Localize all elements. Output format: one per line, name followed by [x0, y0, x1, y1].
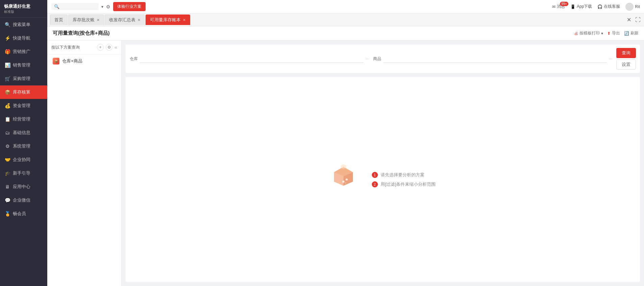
sidebar-logo: 畅康通好生意 标准版 [0, 0, 47, 18]
sidebar-icon-2: 🎁 [5, 49, 10, 54]
tab-label-0: 首页 [54, 17, 63, 23]
headset-icon: 🎧 [597, 4, 602, 9]
tab-close-1[interactable]: ✕ [97, 18, 100, 22]
sidebar: 畅康通好生意 标准版 🔍搜索菜单⚡快捷导航🎁营销推广📊销售管理🛒采购管理📦库存核… [0, 0, 47, 286]
sidebar-label-2: 营销推广 [13, 49, 30, 55]
sidebar-item-11[interactable]: 🎓新手引导 [0, 166, 47, 180]
sidebar-icon-6: 💰 [5, 103, 10, 108]
empty-state: 1 请先选择要分析的方案 2 用[过滤]条件来缩小分析范围 [126, 77, 640, 282]
sidebar-item-8[interactable]: 🗂基础信息 [0, 126, 47, 139]
product-input[interactable] [383, 55, 607, 63]
top-bar-right: ✉ 消息 99+ 📱 App下载 🎧 在线客服 Rit [552, 3, 640, 11]
print-icon: 🖨 [574, 31, 578, 36]
tip-text-1: 请先选择要分析的方案 [381, 172, 424, 178]
settings-icon: ⚙ [107, 45, 111, 50]
filter-settings-button[interactable]: ⚙ [106, 44, 112, 51]
tab-close-3[interactable]: ✕ [183, 18, 186, 22]
sidebar-item-3[interactable]: 📊销售管理 [0, 58, 47, 72]
tab-0[interactable]: 首页 [50, 15, 68, 25]
search-icon: 🔍 [54, 4, 59, 9]
tab-3[interactable]: 可用量库存账本✕ [146, 15, 190, 25]
dropdown-icon[interactable]: ▾ [101, 4, 103, 9]
sidebar-item-1[interactable]: ⚡快捷导航 [0, 31, 47, 45]
svg-point-4 [345, 178, 347, 180]
settings-button[interactable]: 设置 [616, 59, 636, 70]
query-btn-group: 查询 设置 [616, 48, 636, 70]
product-more[interactable]: ··· [609, 56, 612, 61]
export-button[interactable]: ⬆ 导出 [607, 30, 620, 36]
sidebar-icon-1: ⚡ [5, 35, 10, 41]
sidebar-icon-5: 📦 [5, 89, 10, 95]
sidebar-item-6[interactable]: 💰资金管理 [0, 99, 47, 112]
tip-num-1: 1 [372, 172, 378, 178]
collapse-button[interactable]: « [114, 45, 117, 50]
filter-item-warehouse-product[interactable]: 📦 仓库+商品 [47, 54, 121, 68]
empty-icon-box [330, 163, 364, 197]
query-button[interactable]: 查询 [616, 48, 636, 58]
message-badge: 99+ [560, 2, 568, 6]
sidebar-icon-4: 🛒 [5, 76, 10, 81]
sidebar-item-5[interactable]: 📦库存核算 [0, 85, 47, 99]
page-header: 可用量查询(按仓库+商品) 🖨 按模板打印 ▾ ⬆ 导出 🔄 刷新 [47, 26, 644, 41]
sidebar-item-2[interactable]: 🎁营销推广 [0, 45, 47, 58]
tab-bar: 首页库存批次账✕收发存汇总表✕可用量库存账本✕ ✕ ⛶ [47, 14, 644, 26]
warehouse-more[interactable]: ··· [365, 56, 369, 61]
filter-add-button[interactable]: + [97, 44, 104, 51]
industry-button[interactable]: 体验行业方案 [113, 2, 146, 11]
user-avatar [625, 3, 634, 11]
filter-header-icons: + ⚙ « [97, 44, 117, 51]
print-button[interactable]: 🖨 按模板打印 ▾ [574, 30, 603, 36]
sidebar-icon-7: 📋 [5, 116, 10, 122]
app-download-label: App下载 [577, 4, 592, 9]
gear-icon[interactable]: ⚙ [106, 4, 110, 9]
refresh-icon: 🔄 [624, 31, 629, 36]
top-bar-search[interactable]: 🔍 [51, 3, 99, 10]
warehouse-input[interactable] [140, 55, 363, 63]
add-icon: + [99, 45, 102, 50]
sidebar-item-0[interactable]: 🔍搜索菜单 [0, 18, 47, 31]
svg-marker-6 [341, 164, 346, 169]
sidebar-label-6: 资金管理 [13, 103, 30, 109]
tab-close-2[interactable]: ✕ [137, 18, 140, 22]
online-service-item[interactable]: 🎧 在线客服 [597, 4, 620, 9]
sidebar-label-4: 采购管理 [13, 76, 30, 82]
tab-2[interactable]: 收发存汇总表✕ [105, 15, 145, 25]
app-download-item[interactable]: 📱 App下载 [570, 4, 592, 9]
empty-state-inner: 1 请先选择要分析的方案 2 用[过滤]条件来缩小分析范围 [330, 163, 436, 197]
sidebar-item-13[interactable]: 💬企业微信 [0, 193, 47, 207]
sidebar-item-10[interactable]: 🤝企业协同 [0, 153, 47, 166]
sidebar-item-4[interactable]: 🛒采购管理 [0, 72, 47, 85]
message-item[interactable]: ✉ 消息 99+ [552, 4, 565, 9]
print-dropdown-icon[interactable]: ▾ [601, 31, 603, 36]
tip-text-2: 用[过滤]条件来缩小分析范围 [381, 181, 436, 187]
tab-label-2: 收发存汇总表 [109, 17, 135, 23]
svg-point-5 [342, 180, 344, 182]
export-icon: ⬆ [607, 31, 611, 36]
tab-bar-right: ✕ ⛶ [626, 16, 641, 24]
sidebar-label-1: 快捷导航 [13, 35, 30, 41]
refresh-label: 刷新 [630, 30, 639, 36]
empty-tip-2: 2 用[过滤]条件来缩小分析范围 [372, 181, 436, 187]
user-avatar-item[interactable]: Rit [625, 3, 640, 11]
close-tab-icon[interactable]: ✕ [626, 16, 632, 24]
filter-sidebar: 按以下方案查询 + ⚙ « 📦 仓库+商品 [47, 41, 122, 286]
sidebar-item-12[interactable]: 🖥应用中心 [0, 180, 47, 193]
sidebar-item-14[interactable]: 🏅畅会员 [0, 207, 47, 220]
sidebar-label-13: 企业微信 [13, 197, 30, 203]
refresh-button[interactable]: 🔄 刷新 [624, 30, 639, 36]
sidebar-label-0: 搜索菜单 [13, 22, 30, 28]
sidebar-icon-3: 📊 [5, 62, 10, 68]
app-name: 畅康通好生意 [4, 3, 43, 9]
sidebar-icon-9: ⚙ [5, 144, 10, 149]
sidebar-icon-0: 🔍 [5, 22, 10, 27]
sidebar-label-5: 库存核算 [13, 89, 30, 95]
fullscreen-icon[interactable]: ⛶ [635, 16, 641, 24]
sidebar-item-7[interactable]: 📋经营管理 [0, 112, 47, 126]
content-area: 按以下方案查询 + ⚙ « 📦 仓库+商品 [47, 41, 644, 286]
tab-1[interactable]: 库存批次账✕ [68, 15, 104, 25]
main-area: 🔍 ▾ ⚙ 体验行业方案 ✉ 消息 99+ 📱 App下载 🎧 在线客服 Rit [47, 0, 644, 286]
sidebar-label-10: 企业协同 [13, 157, 30, 163]
search-input[interactable] [61, 4, 95, 9]
sidebar-item-9[interactable]: ⚙系统管理 [0, 139, 47, 153]
top-bar: 🔍 ▾ ⚙ 体验行业方案 ✉ 消息 99+ 📱 App下载 🎧 在线客服 Rit [47, 0, 644, 14]
